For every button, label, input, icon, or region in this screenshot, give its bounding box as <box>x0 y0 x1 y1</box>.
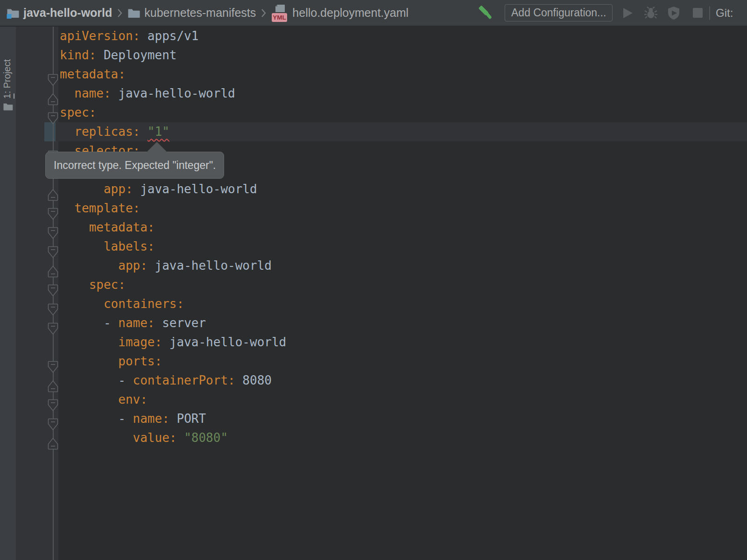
debug-bug-icon[interactable] <box>644 7 657 20</box>
project-tool-window-button[interactable]: 1: Project <box>2 59 13 98</box>
token-val: apps/v1 <box>140 29 198 43</box>
token-key: containers: <box>104 297 184 311</box>
token-val <box>140 125 148 139</box>
run-with-coverage-icon[interactable] <box>667 6 680 20</box>
breadcrumb-label: hello.deployment.yaml <box>292 6 409 20</box>
token-key: replicas: <box>74 125 140 139</box>
code-line[interactable]: ports: <box>0 352 747 371</box>
breadcrumb-label: kubernetes-manifests <box>144 6 256 20</box>
token-val: java-hello-world <box>162 335 286 349</box>
token-dash: - <box>118 412 133 426</box>
token-val: PORT <box>169 412 206 426</box>
code-line[interactable]: apiVersion: apps/v1 <box>0 27 747 46</box>
token-val <box>176 431 184 445</box>
code-line[interactable]: labels: <box>0 237 747 256</box>
token-key: spec: <box>60 105 96 119</box>
token-key: metadata: <box>89 220 155 234</box>
breadcrumb-label: java-hello-world <box>23 6 112 20</box>
code-line[interactable]: metadata: <box>0 65 747 84</box>
fold-marker-start[interactable] <box>48 112 58 125</box>
fold-marker-start[interactable] <box>48 227 58 239</box>
token-key: template: <box>74 201 140 215</box>
token-key: name: <box>118 316 155 330</box>
code-line[interactable]: containers: <box>0 294 747 314</box>
token-key: metadata: <box>60 67 126 81</box>
project-folder-icon <box>7 7 19 19</box>
fold-marker-start[interactable] <box>48 284 58 297</box>
error-tooltip: Incorrect type. Expected "integer". <box>45 152 224 179</box>
token-key: labels: <box>104 239 155 253</box>
token-key: image: <box>118 335 162 349</box>
folder-icon <box>127 7 140 19</box>
fold-marker-start[interactable] <box>48 303 58 316</box>
token-key: containerPort: <box>133 373 235 387</box>
fold-marker-start[interactable] <box>48 399 58 412</box>
fold-marker-start[interactable] <box>48 246 58 259</box>
code-line[interactable]: value: "8080" <box>0 428 747 448</box>
breadcrumb-item-java-hello-world[interactable]: java-hello-world <box>7 6 112 20</box>
fold-marker-start[interactable] <box>48 418 58 431</box>
code-line[interactable]: env: <box>0 390 747 409</box>
navigation-toolbar: java-hello-worldkubernetes-manifestsYMLh… <box>0 0 747 26</box>
svg-text:YML: YML <box>273 14 287 21</box>
breadcrumb-item-kubernetes-manifests[interactable]: kubernetes-manifests <box>127 6 256 20</box>
ide-window: java-hello-worldkubernetes-manifestsYMLh… <box>0 0 747 560</box>
token-val: java-hello-world <box>111 86 235 100</box>
token-str: "1" <box>148 125 169 139</box>
stop-icon[interactable] <box>692 7 703 18</box>
add-configuration-button[interactable]: Add Configuration... <box>505 4 613 21</box>
fold-marker-start[interactable] <box>48 208 58 220</box>
fold-marker-start[interactable] <box>48 322 58 335</box>
token-val: Deployment <box>96 48 176 62</box>
token-key: app: <box>118 259 148 273</box>
code-line[interactable]: - name: server <box>0 314 747 333</box>
token-val: server <box>155 316 206 330</box>
fold-marker-end[interactable] <box>48 265 58 278</box>
token-key: kind: <box>60 48 96 62</box>
fold-marker-end[interactable] <box>48 189 58 201</box>
token-key: spec: <box>89 278 126 292</box>
toolbar-divider <box>709 6 710 20</box>
token-key: name: <box>74 86 111 100</box>
fold-marker-end[interactable] <box>48 380 58 392</box>
token-dash: - <box>104 316 118 330</box>
run-icon[interactable] <box>622 7 634 19</box>
token-str: "8080" <box>184 431 228 445</box>
fold-marker-start[interactable] <box>48 74 58 86</box>
code-line[interactable]: - containerPort: 8080 <box>0 371 747 390</box>
tooltip-arrow <box>146 142 168 153</box>
code-line[interactable]: name: java-hello-world <box>0 84 747 103</box>
fold-marker-start[interactable] <box>48 361 58 373</box>
code-line[interactable]: kind: Deployment <box>0 46 747 65</box>
code-line[interactable]: spec: <box>0 103 747 122</box>
project-folder-icon <box>3 102 13 113</box>
code-line[interactable]: replicas: "1" <box>0 122 747 141</box>
tool-window-bar: 1: Project <box>0 27 16 560</box>
code-area: apiVersion: apps/v1kind: Deploymentmetad… <box>0 27 747 448</box>
yaml-file-icon: YML <box>271 4 288 22</box>
code-line[interactable]: app: java-hello-world <box>0 180 747 199</box>
code-line[interactable]: - name: PORT <box>0 409 747 428</box>
token-val: java-hello-world <box>148 259 272 273</box>
fold-marker-end[interactable] <box>48 437 58 450</box>
token-key: name: <box>133 412 169 426</box>
token-dash: - <box>118 373 133 387</box>
breadcrumb-chevron-icon <box>261 7 267 19</box>
breadcrumb-chevron-icon <box>117 7 123 19</box>
token-key: value: <box>133 431 177 445</box>
code-line[interactable]: metadata: <box>0 218 747 237</box>
toolbar-separator <box>0 26 747 27</box>
build-hammer-icon[interactable] <box>477 5 493 21</box>
token-key: env: <box>118 392 148 406</box>
code-line[interactable]: template: <box>0 199 747 218</box>
git-branch-widget[interactable]: Git: <box>716 0 733 26</box>
code-line[interactable]: app: java-hello-world <box>0 256 747 275</box>
token-val: 8080 <box>235 373 272 387</box>
fold-marker-end[interactable] <box>48 93 58 105</box>
breadcrumb-item-hello.deployment.yaml[interactable]: YMLhello.deployment.yaml <box>271 4 409 22</box>
code-line[interactable]: image: java-hello-world <box>0 333 747 352</box>
code-line[interactable]: spec: <box>0 275 747 294</box>
tooltip-text: Incorrect type. Expected "integer". <box>54 159 216 172</box>
token-key: app: <box>104 182 133 196</box>
token-key: ports: <box>118 354 162 368</box>
